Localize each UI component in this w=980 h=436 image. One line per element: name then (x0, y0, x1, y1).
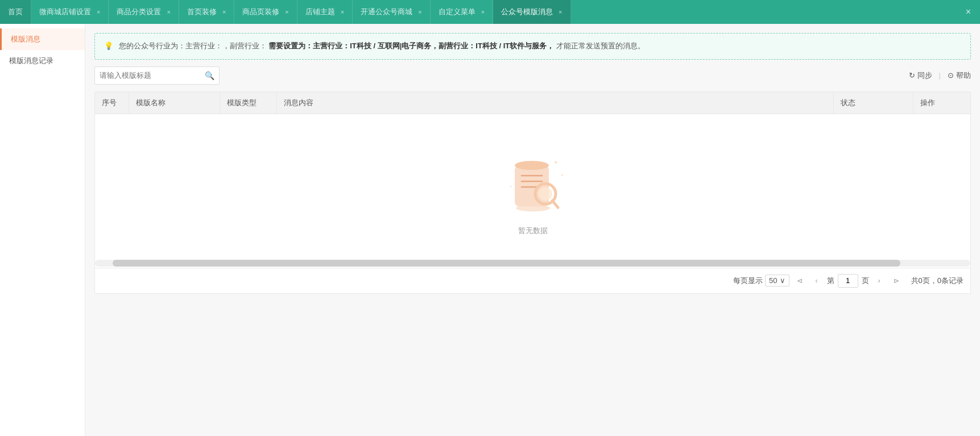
notice-highlight: 需要设置为：主营行业：IT科技 / 互联网|电子商务，副营行业：IT科技 / I… (268, 41, 554, 50)
tab-wshop-label: 微商城店铺设置 (39, 7, 91, 17)
help-button[interactable]: ⊙ 帮助 (948, 70, 971, 81)
pagination: 每页显示 50 ∨ ⊲ ‹ 第 页 › ⊳ 共0页，0条记录 (95, 268, 970, 293)
horizontal-scrollbar[interactable] (95, 260, 970, 267)
close-homepage-icon[interactable]: × (222, 9, 226, 15)
th-type: 模版类型 (220, 92, 277, 114)
close-custommenu-icon[interactable]: × (481, 9, 485, 15)
close-productpage-icon[interactable]: × (285, 9, 288, 15)
tab-home-label: 首页 (8, 7, 23, 17)
close-template-icon[interactable]: × (559, 9, 562, 15)
sidebar-item-template-msg-log-label: 模版消息记录 (9, 56, 53, 65)
sidebar: 模版消息 模版消息记录 (0, 24, 85, 436)
search-bar: 🔍 ↻ 同步 | ⊙ 帮助 (94, 67, 971, 85)
search-icon[interactable]: 🔍 (205, 71, 214, 80)
empty-illustration: ✦ ✦ ✦ (499, 148, 567, 217)
empty-text: 暂无数据 (518, 226, 548, 236)
prev-page-button[interactable]: ‹ (810, 274, 824, 288)
help-label: 帮助 (956, 70, 971, 81)
page-label: 页 (862, 276, 869, 286)
help-circle-icon: ⊙ (948, 71, 954, 80)
tab-wshop[interactable]: 微商城店铺设置 × (31, 0, 109, 24)
page-prefix: 第 (827, 276, 834, 286)
divider: | (939, 71, 941, 80)
search-actions: ↻ 同步 | ⊙ 帮助 (909, 70, 971, 81)
svg-text:✦: ✦ (509, 185, 512, 189)
svg-point-7 (539, 187, 552, 201)
empty-state: ✦ ✦ ✦ 暂无数据 (95, 114, 970, 259)
notice-box: 💡 您的公众号行业为：主营行业：，副营行业： 需要设置为：主营行业：IT科技 /… (94, 33, 971, 60)
close-all-button[interactable]: × (957, 7, 980, 17)
sidebar-item-template-msg-log[interactable]: 模版消息记录 (0, 50, 85, 72)
main-layout: 模版消息 模版消息记录 💡 您的公众号行业为：主营行业：，副营行业： 需要设置为… (0, 24, 980, 436)
notice-suffix: 才能正常发送预置的消息。 (556, 41, 645, 50)
tab-mall-label: 开通公众号商城 (361, 7, 412, 17)
close-category-icon[interactable]: × (167, 9, 170, 15)
main-content: 💡 您的公众号行业为：主营行业：，副营行业： 需要设置为：主营行业：IT科技 /… (85, 24, 980, 436)
tab-template[interactable]: 公众号模版消息 × (493, 0, 570, 24)
tab-homepage[interactable]: 首页装修 × (179, 0, 234, 24)
tab-home[interactable]: 首页 (0, 0, 31, 24)
svg-text:✦: ✦ (553, 159, 558, 165)
tab-mall[interactable]: 开通公众号商城 × (353, 0, 430, 24)
th-action: 操作 (913, 92, 970, 114)
page-size-value: 50 (769, 276, 777, 285)
next-page-button[interactable]: › (873, 274, 886, 288)
page-size-dropdown[interactable]: 50 ∨ (765, 275, 789, 286)
search-input[interactable] (100, 71, 205, 80)
chevron-down-icon: ∨ (780, 276, 785, 285)
svg-text:✦: ✦ (560, 173, 564, 178)
tab-theme[interactable]: 店铺主题 × (297, 0, 353, 24)
search-input-wrap: 🔍 (94, 67, 220, 85)
tab-custommenu-label: 自定义菜单 (439, 7, 475, 17)
close-theme-icon[interactable]: × (341, 9, 344, 15)
th-content: 消息内容 (277, 92, 834, 114)
th-status: 状态 (834, 92, 913, 114)
th-name: 模版名称 (129, 92, 220, 114)
scrollbar-thumb[interactable] (113, 260, 900, 267)
last-page-button[interactable]: ⊳ (890, 274, 903, 288)
close-wshop-icon[interactable]: × (97, 9, 100, 15)
tab-productpage[interactable]: 商品页装修 × (234, 0, 297, 24)
tab-productpage-label: 商品页装修 (242, 7, 279, 17)
tab-homepage-label: 首页装修 (187, 7, 217, 17)
sidebar-item-template-msg-label: 模版消息 (11, 35, 40, 43)
svg-point-2 (515, 161, 549, 170)
table-header: 序号 模版名称 模版类型 消息内容 状态 操作 (95, 92, 970, 114)
current-page-input[interactable] (838, 274, 858, 288)
page-size-label: 每页显示 (733, 276, 763, 286)
tab-custommenu[interactable]: 自定义菜单 × (431, 0, 493, 24)
th-seq: 序号 (95, 92, 129, 114)
top-nav: 首页 微商城店铺设置 × 商品分类设置 × 首页装修 × 商品页装修 × 店铺主… (0, 0, 980, 24)
notice-bulb-icon: 💡 (104, 41, 113, 50)
close-mall-icon[interactable]: × (418, 9, 421, 15)
sync-label: 同步 (917, 70, 932, 81)
first-page-button[interactable]: ⊲ (793, 274, 807, 288)
svg-line-8 (552, 201, 558, 207)
tab-theme-label: 店铺主题 (305, 7, 335, 17)
sync-button[interactable]: ↻ 同步 (909, 70, 932, 81)
sidebar-item-template-msg[interactable]: 模版消息 (0, 28, 85, 50)
data-table: 序号 模版名称 模版类型 消息内容 状态 操作 (94, 92, 971, 294)
tab-template-label: 公众号模版消息 (501, 7, 553, 17)
tab-category[interactable]: 商品分类设置 × (109, 0, 179, 24)
notice-prefix: 您的公众号行业为：主营行业：，副营行业： (119, 41, 267, 50)
page-size-select: 每页显示 50 ∨ (733, 275, 789, 286)
sync-icon: ↻ (909, 71, 915, 80)
total-info: 共0页，0条记录 (911, 276, 964, 286)
tab-category-label: 商品分类设置 (117, 7, 161, 17)
